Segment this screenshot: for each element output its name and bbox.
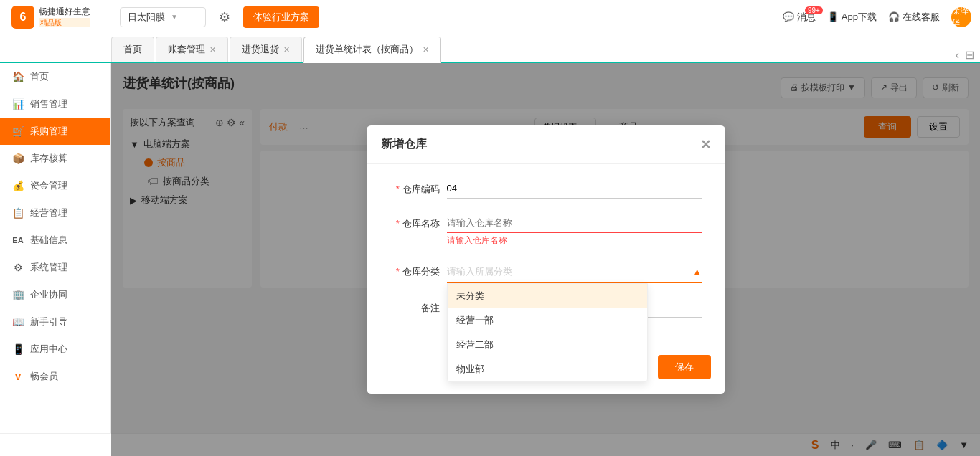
tab-purchase-stats[interactable]: 进货单统计表（按商品） ✕ [303,37,441,63]
notification-badge: 99+ [805,6,823,14]
sidebar-item-app[interactable]: 📱 应用中心 [0,336,110,363]
tab-purchase-stats-close[interactable]: ✕ [423,45,429,54]
tab-accounts-close[interactable]: ✕ [209,45,216,54]
member-icon: V [11,370,24,383]
store-selector[interactable]: 日太阳膜 ▼ [120,7,206,27]
dropdown-item-none[interactable]: 未分类 [448,284,647,308]
modal-overlay: 新增仓库 ✕ * 仓库编码 [111,63,980,456]
dropdown-item-dept1[interactable]: 经营一部 [448,308,647,333]
tab-prev-icon[interactable]: ‹ [956,49,959,62]
messages-button[interactable]: 💬 消息 99+ [783,11,816,24]
purchase-icon: 🛒 [11,125,24,138]
tab-accounts-label: 账套管理 [168,43,205,56]
name-input[interactable] [447,213,702,233]
sidebar-operations-label: 经营管理 [30,206,67,219]
content-area: 进货单统计(按商品) 🖨 按模板打印 ▼ ↗ 导出 ↺ 刷新 [111,63,980,456]
tab-purchase-return[interactable]: 进货退货 ✕ [230,37,302,62]
store-name: 日太阳膜 [128,11,165,24]
sidebar-item-inventory[interactable]: 📦 库存核算 [0,145,110,172]
app-badge: 精品版 [39,18,90,27]
name-error-msg: 请输入仓库名称 [447,234,702,247]
code-input-wrap [447,179,702,199]
name-label-text: 仓库名称 [402,218,440,229]
sidebar-guide-label: 新手引导 [30,315,67,328]
sidebar-inventory-label: 库存核算 [30,152,67,165]
tab-more-icon[interactable]: ⊟ [965,48,974,62]
operations-icon: 📋 [11,206,24,219]
sidebar-item-purchase[interactable]: 🛒 采购管理 [0,118,110,145]
code-field-row: * 仓库编码 [390,179,702,199]
app-name: 畅捷通好生意 [39,6,90,18]
avatar: 徐泽华 [951,7,971,27]
app-download-button[interactable]: 📱 App下载 [827,11,877,24]
dropdown-item-dept2[interactable]: 经营二部 [448,333,647,357]
finance-icon: 💰 [11,179,24,192]
save-button[interactable]: 保存 [658,355,711,379]
code-input[interactable] [447,179,702,199]
logo-text: 畅捷通好生意 精品版 [39,6,90,27]
dropdown-item-dept3[interactable]: 物业部 [448,357,647,381]
phone-icon: 📱 [827,11,839,22]
sidebar-item-operations[interactable]: 📋 经营管理 [0,199,110,227]
app-icon: 📱 [11,343,24,356]
name-label: * 仓库名称 [390,213,447,230]
sidebar-item-sales[interactable]: 📊 销售管理 [0,90,110,118]
guide-icon: 📖 [11,315,24,328]
sidebar-home-label: 首页 [30,70,49,83]
dialog-title: 新增仓库 [381,137,427,152]
online-service-button[interactable]: 🎧 在线客服 [888,11,940,24]
user-area[interactable]: 徐泽华 [951,7,971,27]
tab-bar: 首页 账套管理 ✕ 进货退货 ✕ 进货单统计表（按商品） ✕ ‹ ⊟ [0,34,980,63]
tab-home-label: 首页 [123,43,142,56]
sidebar-item-basic[interactable]: EA 基础信息 [0,227,110,254]
basic-icon: EA [11,234,24,247]
notes-label-text: 备注 [421,303,440,313]
category-dropdown-list: 未分类 经营一部 经营二部 物业部 [447,283,648,382]
sidebar-item-system[interactable]: ⚙ 系统管理 [0,254,110,281]
top-right-area: 💬 消息 99+ 📱 App下载 🎧 在线客服 徐泽华 [783,7,971,27]
code-label-text: 仓库编码 [402,184,440,194]
name-input-wrap: 请输入仓库名称 [447,213,702,247]
dropdown-arrow-icon: ▼ [171,13,178,21]
tab-home[interactable]: 首页 [111,37,154,62]
message-icon: 💬 [783,11,794,22]
notes-label: 备注 [390,298,447,315]
dialog-close-button[interactable]: ✕ [700,138,711,151]
main-layout: 🏠 首页 📊 销售管理 🛒 采购管理 📦 库存核算 💰 资金管理 📋 经营管理 … [0,63,980,456]
sidebar-item-home[interactable]: 🏠 首页 [0,63,110,90]
username-label: 徐泽华 [951,5,971,29]
sidebar: 🏠 首页 📊 销售管理 🛒 采购管理 📦 库存核算 💰 资金管理 📋 经营管理 … [0,63,111,456]
sidebar-item-member[interactable]: V 畅会员 [0,363,110,390]
sidebar-purchase-label: 采购管理 [30,125,67,138]
dialog-body: * 仓库编码 * 仓库名称 [367,164,725,346]
sidebar-finance-label: 资金管理 [30,179,67,192]
logo-icon: 6 [11,6,34,29]
headset-icon: 🎧 [888,11,900,22]
name-field-row: * 仓库名称 请输入仓库名称 [390,213,702,247]
tab-purchase-return-close[interactable]: ✕ [283,45,290,54]
online-service-label: 在线客服 [903,11,940,24]
category-arrow-up-icon: ▲ [692,266,702,277]
sidebar-system-label: 系统管理 [30,261,67,274]
category-field-row: * 仓库分类 请输入所属分类 ▲ 未分类 经营一部 经营二部 [390,261,702,283]
tab-accounts[interactable]: 账套管理 ✕ [156,37,228,62]
category-label-text: 仓库分类 [402,266,440,277]
tab-purchase-stats-label: 进货单统计表（按商品） [316,43,418,56]
top-bar: 6 畅捷通好生意 精品版 日太阳膜 ▼ ⚙ 体验行业方案 💬 消息 99+ 📱 … [0,0,980,34]
sidebar-item-enterprise[interactable]: 🏢 企业协同 [0,281,110,308]
inventory-icon: 📦 [11,152,24,165]
sidebar-enterprise-label: 企业协同 [30,288,67,301]
settings-icon[interactable]: ⚙ [213,6,236,29]
sidebar-item-guide[interactable]: 📖 新手引导 [0,308,110,336]
category-dropdown-wrap: 请输入所属分类 ▲ 未分类 经营一部 经营二部 物业部 [447,261,702,283]
code-label: * 仓库编码 [390,179,447,196]
sidebar-item-finance[interactable]: 💰 资金管理 [0,172,110,199]
tab-actions: ‹ ⊟ [956,48,980,62]
home-icon: 🏠 [11,70,24,83]
sidebar-member-label: 畅会员 [30,370,58,383]
sidebar-sales-label: 销售管理 [30,98,67,110]
sidebar-app-label: 应用中心 [30,343,67,356]
trial-button[interactable]: 体验行业方案 [243,6,319,28]
category-dropdown[interactable]: 请输入所属分类 ▲ [447,261,702,283]
enterprise-icon: 🏢 [11,288,24,301]
